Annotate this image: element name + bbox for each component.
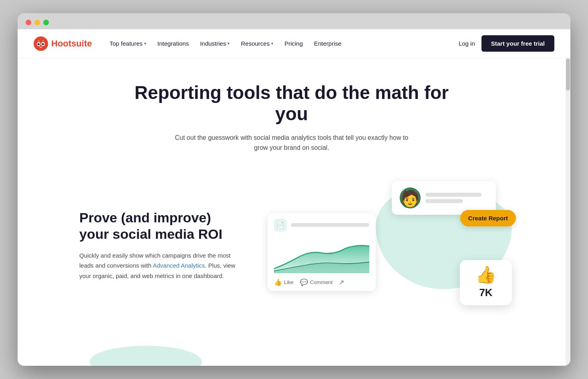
browser-window: Hootsuite Top features ▾ Integrations In…: [18, 13, 570, 366]
like-count-card: 👍 7K: [460, 260, 512, 305]
share-action[interactable]: ↗: [339, 278, 344, 286]
analytics-line: [291, 223, 369, 227]
scrollbar[interactable]: [566, 58, 570, 366]
thumbs-up-icon: 👍: [475, 266, 496, 283]
profile-lines: [425, 193, 488, 203]
comment-action[interactable]: 💬 Comment: [300, 278, 332, 286]
browser-content: Hootsuite Top features ▾ Integrations In…: [18, 29, 570, 366]
svg-point-0: [34, 36, 48, 51]
like-label: Like: [284, 279, 294, 285]
hootsuite-owl-icon: [34, 36, 48, 51]
profile-header: 🧑: [400, 187, 488, 208]
hero-subtitle: Cut out the guesswork with social media …: [171, 133, 412, 153]
like-action[interactable]: 👍 Like: [274, 278, 294, 286]
create-report-button[interactable]: Create Report: [460, 210, 516, 226]
scroll-thumb[interactable]: [566, 58, 570, 91]
like-count-value: 7K: [479, 286, 492, 299]
nav-right: Log in Start your free trial: [459, 35, 554, 52]
chevron-down-icon: ▾: [144, 41, 146, 46]
chevron-down-icon: ▾: [228, 41, 230, 46]
like-icon: 👍: [274, 278, 282, 286]
start-trial-button[interactable]: Start your free trial: [481, 35, 554, 52]
nav-industries[interactable]: Industries ▾: [195, 37, 234, 50]
maximize-button[interactable]: [43, 20, 49, 25]
nav-resources[interactable]: Resources ▾: [236, 37, 278, 50]
feature-section: Prove (and improve) your social media RO…: [31, 169, 552, 321]
chevron-down-icon: ▾: [271, 41, 273, 46]
nav-top-features[interactable]: Top features ▾: [105, 37, 151, 50]
logo-link[interactable]: Hootsuite: [34, 36, 92, 51]
browser-chrome: [18, 13, 570, 29]
profile-line-2: [425, 199, 463, 203]
analytics-card: 📄: [268, 213, 376, 291]
svg-point-6: [43, 43, 44, 44]
nav-pricing[interactable]: Pricing: [280, 37, 308, 50]
advanced-analytics-link[interactable]: Advanced Analytics: [153, 262, 205, 269]
comment-label: Comment: [310, 279, 332, 285]
share-icon: ↗: [339, 278, 344, 286]
svg-point-4: [42, 43, 44, 45]
navbar: Hootsuite Top features ▾ Integrations In…: [18, 29, 570, 58]
avatar: 🧑: [400, 187, 421, 208]
nav-links: Top features ▾ Integrations Industries ▾…: [105, 37, 458, 50]
bottom-blob: [90, 346, 202, 366]
illustration-area: 🧑 Create Report 📄: [264, 177, 520, 313]
analytics-header: 📄: [274, 219, 369, 232]
profile-line-1: [425, 193, 481, 197]
nav-enterprise[interactable]: Enterprise: [309, 37, 346, 50]
login-link[interactable]: Log in: [459, 40, 475, 47]
chart-svg: [274, 237, 369, 273]
document-icon: 📄: [274, 219, 287, 232]
main-content: Reporting tools that do the math for you…: [18, 58, 570, 366]
hero-title: Reporting tools that do the math for you: [127, 82, 456, 125]
close-button[interactable]: [26, 20, 31, 25]
svg-point-3: [38, 43, 40, 45]
svg-point-5: [39, 43, 40, 44]
logo-text: Hootsuite: [51, 38, 92, 49]
feature-title: Prove (and improve) your social media RO…: [79, 210, 240, 242]
nav-integrations[interactable]: Integrations: [153, 37, 193, 50]
comment-icon: 💬: [300, 278, 308, 286]
feature-text: Prove (and improve) your social media RO…: [79, 210, 240, 281]
hero-section: Reporting tools that do the math for you…: [111, 58, 472, 169]
chart-area: [274, 237, 369, 273]
feature-description: Quickly and easily show which campaigns …: [79, 250, 240, 281]
minimize-button[interactable]: [34, 20, 40, 25]
